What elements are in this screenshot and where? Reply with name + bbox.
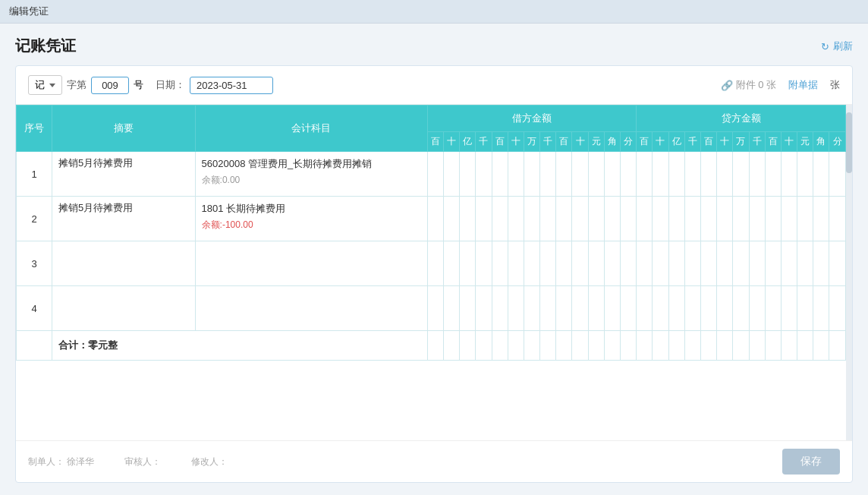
debit-cell[interactable]: [556, 152, 572, 197]
credit-cell[interactable]: [813, 152, 829, 197]
debit-cell[interactable]: [427, 152, 443, 197]
debit-cell[interactable]: [524, 197, 539, 241]
credit-cell[interactable]: [765, 241, 781, 286]
credit-cell[interactable]: [700, 286, 716, 331]
credit-cell[interactable]: [813, 197, 829, 241]
credit-cell[interactable]: [813, 286, 829, 331]
debit-cell[interactable]: [588, 152, 604, 197]
subject-cell[interactable]: 56020008 管理费用_长期待摊费用摊销余额:0.00: [195, 152, 427, 197]
debit-cell[interactable]: [572, 152, 588, 197]
debit-cell[interactable]: [476, 286, 492, 331]
debit-cell[interactable]: [508, 197, 524, 241]
debit-cell[interactable]: [460, 197, 476, 241]
debit-cell[interactable]: [540, 152, 556, 197]
summary-cell[interactable]: [52, 241, 195, 286]
debit-cell[interactable]: [524, 241, 539, 286]
credit-cell[interactable]: [781, 152, 797, 197]
summary-cell[interactable]: 摊销5月待摊费用: [52, 197, 195, 241]
credit-cell[interactable]: [668, 152, 684, 197]
debit-cell[interactable]: [443, 241, 459, 286]
single-doc-button[interactable]: 附单据: [788, 78, 818, 92]
credit-cell[interactable]: [733, 241, 749, 286]
credit-cell[interactable]: [781, 241, 797, 286]
scrollbar-thumb[interactable]: [846, 112, 852, 173]
debit-cell[interactable]: [508, 241, 524, 286]
credit-cell[interactable]: [781, 197, 797, 241]
debit-cell[interactable]: [540, 286, 556, 331]
save-button[interactable]: 保存: [782, 449, 840, 475]
credit-cell[interactable]: [637, 241, 653, 286]
debit-cell[interactable]: [540, 241, 556, 286]
credit-cell[interactable]: [829, 286, 846, 331]
credit-cell[interactable]: [797, 286, 813, 331]
debit-cell[interactable]: [443, 152, 459, 197]
credit-cell[interactable]: [653, 197, 668, 241]
credit-cell[interactable]: [749, 197, 765, 241]
debit-cell[interactable]: [604, 241, 620, 286]
credit-cell[interactable]: [765, 286, 781, 331]
credit-cell[interactable]: [668, 241, 684, 286]
credit-cell[interactable]: [637, 197, 653, 241]
debit-cell[interactable]: [621, 241, 637, 286]
credit-cell[interactable]: [829, 241, 846, 286]
debit-cell[interactable]: [492, 152, 508, 197]
debit-cell[interactable]: [572, 286, 588, 331]
credit-cell[interactable]: [684, 241, 700, 286]
credit-cell[interactable]: [700, 241, 716, 286]
debit-cell[interactable]: [492, 286, 508, 331]
attachment-link[interactable]: 🔗 附件 0 张: [721, 78, 776, 92]
debit-cell[interactable]: [476, 241, 492, 286]
credit-cell[interactable]: [765, 152, 781, 197]
debit-cell[interactable]: [524, 286, 539, 331]
credit-cell[interactable]: [717, 286, 733, 331]
summary-cell[interactable]: [52, 286, 195, 331]
debit-cell[interactable]: [556, 286, 572, 331]
refresh-button[interactable]: ↻ 刷新: [819, 39, 853, 53]
summary-cell[interactable]: 摊销5月待摊费用: [52, 152, 195, 197]
debit-cell[interactable]: [604, 152, 620, 197]
debit-cell[interactable]: [443, 197, 459, 241]
credit-cell[interactable]: [653, 152, 668, 197]
debit-cell[interactable]: [621, 152, 637, 197]
debit-cell[interactable]: [572, 197, 588, 241]
credit-cell[interactable]: [765, 197, 781, 241]
subject-cell[interactable]: 1801 长期待摊费用余额:-100.00: [195, 197, 427, 241]
date-input[interactable]: [190, 77, 273, 94]
credit-cell[interactable]: [684, 152, 700, 197]
debit-cell[interactable]: [572, 241, 588, 286]
credit-cell[interactable]: [668, 286, 684, 331]
debit-cell[interactable]: [492, 241, 508, 286]
credit-cell[interactable]: [717, 197, 733, 241]
credit-cell[interactable]: [733, 197, 749, 241]
debit-cell[interactable]: [476, 152, 492, 197]
debit-cell[interactable]: [476, 197, 492, 241]
debit-cell[interactable]: [460, 152, 476, 197]
credit-cell[interactable]: [733, 286, 749, 331]
credit-cell[interactable]: [829, 197, 846, 241]
credit-cell[interactable]: [700, 197, 716, 241]
credit-cell[interactable]: [637, 152, 653, 197]
credit-cell[interactable]: [684, 286, 700, 331]
debit-cell[interactable]: [604, 286, 620, 331]
debit-cell[interactable]: [556, 197, 572, 241]
debit-cell[interactable]: [492, 197, 508, 241]
credit-cell[interactable]: [781, 286, 797, 331]
subject-cell[interactable]: [195, 286, 427, 331]
credit-cell[interactable]: [717, 152, 733, 197]
debit-cell[interactable]: [588, 197, 604, 241]
voucher-num-input[interactable]: [91, 77, 129, 94]
scrollbar-track[interactable]: [846, 105, 852, 440]
credit-cell[interactable]: [700, 152, 716, 197]
credit-cell[interactable]: [829, 152, 846, 197]
debit-cell[interactable]: [427, 197, 443, 241]
debit-cell[interactable]: [524, 152, 539, 197]
debit-cell[interactable]: [443, 286, 459, 331]
credit-cell[interactable]: [668, 197, 684, 241]
debit-cell[interactable]: [588, 286, 604, 331]
credit-cell[interactable]: [637, 286, 653, 331]
debit-cell[interactable]: [556, 241, 572, 286]
credit-cell[interactable]: [797, 241, 813, 286]
credit-cell[interactable]: [653, 241, 668, 286]
debit-cell[interactable]: [588, 241, 604, 286]
debit-cell[interactable]: [427, 286, 443, 331]
